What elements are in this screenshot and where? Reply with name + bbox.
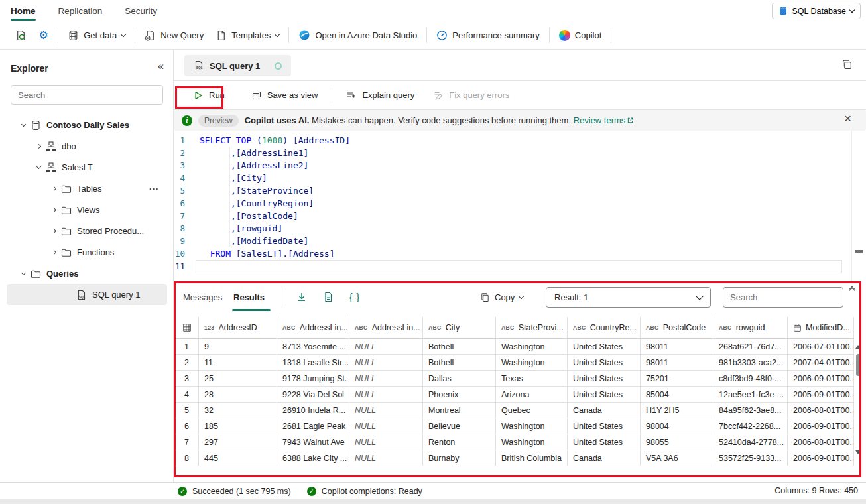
table-cell[interactable]: 75201 xyxy=(641,371,713,387)
table-row[interactable]: 3259178 Jumping St.NULLDallasTexasUnited… xyxy=(174,371,854,387)
table-cell[interactable]: NULL xyxy=(349,339,423,355)
table-cell[interactable]: Bothell xyxy=(423,355,496,371)
fix-query-errors-button[interactable]: Fix query errors xyxy=(427,85,515,106)
table-cell[interactable]: Washington xyxy=(496,355,568,371)
table-cell[interactable]: 2681 Eagle Peak xyxy=(277,418,349,434)
table-cell[interactable]: 9178 Jumping St. xyxy=(277,371,349,387)
table-row[interactable]: 53226910 Indela R...NULLMontrealQuebecCa… xyxy=(174,403,854,418)
chevron-down-icon[interactable] xyxy=(34,167,44,168)
select-all-grid-icon[interactable] xyxy=(174,317,199,339)
code-line-1[interactable]: 1SELECT TOP (1000) [AddressID] xyxy=(174,134,866,147)
table-cell[interactable]: NULL xyxy=(349,418,423,434)
table-cell[interactable]: Bothell xyxy=(423,339,496,355)
table-cell[interactable]: 2006-09-01T00... xyxy=(788,371,854,387)
results-search-input[interactable] xyxy=(723,287,843,308)
tab-sql-query-1[interactable]: SQL SQL query 1 xyxy=(184,55,291,76)
row-number-cell[interactable]: 6 xyxy=(174,418,199,434)
table-cell[interactable]: United States xyxy=(568,387,641,403)
row-number-cell[interactable]: 3 xyxy=(174,371,199,387)
tab-results[interactable]: Results xyxy=(233,287,265,307)
table-cell[interactable]: Washington xyxy=(496,418,568,434)
result-selector-dropdown[interactable]: Result: 1 xyxy=(546,287,711,308)
table-cell[interactable]: Phoenix xyxy=(423,387,496,403)
new-query-button[interactable]: New Query xyxy=(139,25,210,46)
tree-item-functions[interactable]: Functions xyxy=(7,242,167,263)
code-line-5[interactable]: 5 ,[StateProvince] xyxy=(174,184,866,197)
table-cell[interactable]: 98055 xyxy=(641,434,713,450)
column-header-modifiedd[interactable]: ModifiedD... xyxy=(788,317,854,339)
tree-item-stored-procedu[interactable]: Stored Procedu... xyxy=(7,221,167,241)
scroll-up-icon[interactable] xyxy=(855,345,861,349)
code-line-7[interactable]: 7 ,[PostalCode] xyxy=(174,210,866,222)
table-cell[interactable]: 98011 xyxy=(641,339,713,355)
nav-tab-home[interactable]: Home xyxy=(11,0,36,21)
chevron-right-icon[interactable] xyxy=(34,145,44,148)
column-header-addresslin[interactable]: ABCAddressLin... xyxy=(349,317,423,339)
column-header-addressid[interactable]: 123AddressID xyxy=(199,317,277,339)
chevron-right-icon[interactable] xyxy=(49,187,59,190)
chevron-down-icon[interactable] xyxy=(19,273,29,275)
table-cell[interactable]: NULL xyxy=(349,450,423,466)
column-header-postalcode[interactable]: ABCPostalCode xyxy=(641,317,713,339)
code-line-8[interactable]: 8 ,[rowguid] xyxy=(174,222,866,235)
table-cell[interactable]: 26910 Indela R... xyxy=(277,403,349,418)
table-cell[interactable]: British Columbia xyxy=(496,450,568,466)
expand-panel-icon[interactable] xyxy=(850,288,854,291)
code-line-11[interactable]: 11 xyxy=(174,260,866,273)
database-selector[interactable]: SQL Database xyxy=(772,3,861,19)
table-cell[interactable]: 445 xyxy=(199,450,277,466)
table-row[interactable]: 4289228 Via Del SolNULLPhoenixArizonaUni… xyxy=(174,387,854,403)
copilot-button[interactable]: Copilot xyxy=(553,25,607,46)
chevron-down-icon[interactable] xyxy=(19,125,29,126)
run-button[interactable]: Run xyxy=(187,85,231,106)
tree-item-saleslt[interactable]: SalesLT xyxy=(7,157,167,178)
table-cell[interactable]: 12ae5ee1-fc3e-... xyxy=(713,387,788,403)
table-cell[interactable]: H1Y 2H5 xyxy=(641,403,713,418)
scrollbar-thumb[interactable] xyxy=(856,354,861,376)
table-cell[interactable]: 25 xyxy=(199,371,277,387)
column-header-rowguid[interactable]: ABCrowguid xyxy=(713,317,788,339)
chevron-right-icon[interactable] xyxy=(49,208,59,212)
table-cell[interactable]: 2007-04-01T00... xyxy=(788,355,854,371)
row-number-cell[interactable]: 4 xyxy=(174,387,199,403)
table-cell[interactable]: 2006-07-01T00... xyxy=(788,339,854,355)
row-number-cell[interactable]: 1 xyxy=(174,339,199,355)
templates-button[interactable]: Templates xyxy=(210,25,285,46)
table-cell[interactable]: 2006-08-01T00... xyxy=(788,403,854,418)
tree-item-views[interactable]: Views xyxy=(7,200,167,220)
table-cell[interactable]: NULL xyxy=(349,387,423,403)
row-number-cell[interactable]: 5 xyxy=(174,403,199,418)
row-number-cell[interactable]: 7 xyxy=(174,434,199,450)
tree-item-sql-query-1[interactable]: SQLSQL query 1 xyxy=(7,284,167,305)
sql-code-editor[interactable]: 1SELECT TOP (1000) [AddressID]2 ,[Addres… xyxy=(174,131,866,282)
new-script-button[interactable] xyxy=(9,25,32,46)
editor-scrollbar-thumb[interactable] xyxy=(855,250,863,253)
get-data-button[interactable]: Get data xyxy=(62,25,131,46)
table-cell[interactable]: 98004 xyxy=(641,418,713,434)
table-cell[interactable]: 185 xyxy=(199,418,277,434)
open-azure-data-studio-button[interactable]: Open in Azure Data Studio xyxy=(292,25,423,46)
column-header-city[interactable]: ABCCity xyxy=(423,317,496,339)
nav-tab-security[interactable]: Security xyxy=(125,0,157,21)
tab-messages[interactable]: Messages xyxy=(183,287,222,307)
code-line-9[interactable]: 9 ,[ModifiedDate] xyxy=(174,235,866,247)
table-cell[interactable]: 268af621-76d7... xyxy=(713,339,788,355)
table-cell[interactable]: 9 xyxy=(199,339,277,355)
table-cell[interactable]: NULL xyxy=(349,434,423,450)
table-cell[interactable]: Washington xyxy=(496,339,568,355)
table-cell[interactable]: 8713 Yosemite ... xyxy=(277,339,349,355)
table-cell[interactable]: 2006-09-01T00... xyxy=(788,450,854,466)
review-terms-link[interactable]: Review terms xyxy=(574,115,635,125)
tree-item-tables[interactable]: Tables··· xyxy=(7,178,167,199)
row-number-cell[interactable]: 2 xyxy=(174,355,199,371)
table-cell[interactable]: Texas xyxy=(496,371,568,387)
table-cell[interactable]: 85004 xyxy=(641,387,713,403)
close-icon[interactable]: × xyxy=(844,112,851,125)
table-cell[interactable]: 11 xyxy=(199,355,277,371)
table-row[interactable]: 2111318 Lasalle Str...NULLBothellWashing… xyxy=(174,355,854,371)
table-cell[interactable]: Quebec xyxy=(496,403,568,418)
column-header-countryre[interactable]: ABCCountryRe... xyxy=(568,317,641,339)
table-cell[interactable]: Bellevue xyxy=(423,418,496,434)
code-line-6[interactable]: 6 ,[CountryRegion] xyxy=(174,197,866,210)
json-braces-icon[interactable]: { } xyxy=(345,288,365,306)
